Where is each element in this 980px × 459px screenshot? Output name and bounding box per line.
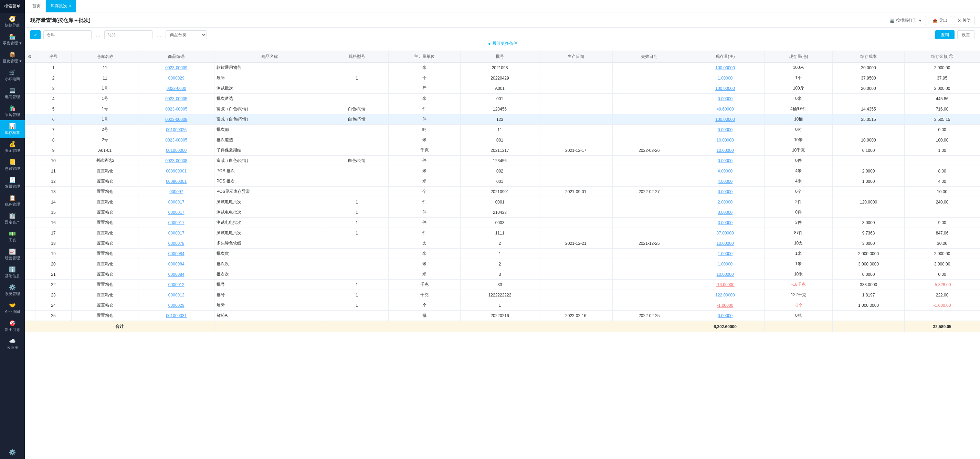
sidebar-item-ecom[interactable]: 💻 电商管理 [0,84,25,102]
cell[interactable]: 000900001 [138,166,215,176]
sidebar-item-basic-info[interactable]: ℹ️ 基础信息 [0,263,25,281]
cell[interactable]: 0023-0000 [138,83,215,94]
cell[interactable]: 001000031 [138,311,215,321]
cell[interactable]: 0000029 [138,73,215,83]
cell[interactable]: 0000017 [138,218,215,228]
sidebar-item-cloud[interactable]: ☁️ 云应用 [0,335,25,353]
cell[interactable]: 001000000 [138,145,215,156]
cell: 1米 [765,259,833,269]
page-header: 现存量查询(按仓库＋批次) 🖨️ 按模板打印 ▼ 📤 导出 ✕ 关闭 [25,13,980,27]
cell[interactable]: 10.00000 [686,145,764,156]
cell[interactable]: 0000017 [138,228,215,238]
cell[interactable]: 0.00000 [686,94,764,104]
cell[interactable]: -16.00000 [686,280,764,290]
cell[interactable]: 0.00000 [686,311,764,321]
sidebar-item-purchase[interactable]: 🛍️ 采购管理 [0,102,25,120]
sidebar-item-payroll[interactable]: 💵 工资 [0,228,25,245]
col-settings: ⚙ [25,51,35,63]
cell[interactable]: 0.00000 [686,156,764,166]
cell [832,186,904,197]
sidebar-settings[interactable]: ⚙️ [0,446,25,459]
table-row: 10测试遴选20023-00008富减（白色/闷情）白色/闷情件1234560.… [25,156,980,166]
tab-home[interactable]: 首页 [27,0,46,13]
sidebar-item-finance[interactable]: 💰 资金管理 [0,138,25,156]
export-button[interactable]: 📤 导出 [929,16,951,25]
cell[interactable]: 0023-00005 [138,135,215,145]
cell[interactable]: 0000029 [138,300,215,311]
cell[interactable]: 100.00000 [686,63,764,73]
warehouse-input[interactable] [43,30,92,39]
cell[interactable]: 0000012 [138,280,215,290]
tab-close-icon[interactable]: × [69,4,71,8]
cell[interactable]: 0023-00008 [138,114,215,125]
cell[interactable]: 0.00000 [686,207,764,218]
cell: 3,000.00 [905,259,980,269]
cell [325,145,388,156]
cell[interactable]: 0000084 [138,259,215,269]
cell[interactable]: 1.00000 [686,259,764,269]
cell [832,156,904,166]
cell [539,63,612,73]
cell[interactable]: 49.60000 [686,104,764,114]
cell[interactable]: 1.00000 [686,73,764,83]
cell[interactable]: 0000017 [138,197,215,207]
cell[interactable]: 0023-00009 [138,63,215,73]
cell[interactable]: 0.00000 [686,186,764,197]
cell: 001 [461,135,539,145]
cell[interactable]: 001000026 [138,125,215,135]
expand-conditions-btn[interactable]: ▼ 展开更多条件 [487,41,517,46]
cell: 10.0000 [832,135,904,145]
cell[interactable]: 0000084 [138,249,215,259]
print-button[interactable]: 🖨️ 按模板打印 ▼ [886,16,926,25]
close-button[interactable]: ✕ 关闭 [954,16,975,25]
cell[interactable]: 000900001 [138,176,215,186]
cell[interactable]: -1.00000 [686,300,764,311]
cell[interactable]: 3.00000 [686,218,764,228]
sidebar-item-inventory[interactable]: 📊 库存核算 [0,120,25,138]
tab-inventory-batch[interactable]: 库存批次 × [46,0,76,13]
sidebar-item-guide[interactable]: 🎯 新手引导 [0,317,25,335]
sidebar-search[interactable]: 搜索菜单 [0,0,25,13]
sidebar-item-tax[interactable]: 📋 税务管理 [0,192,25,210]
cell[interactable]: 0023-00005 [138,104,215,114]
filter-nav-arrow[interactable]: ＞ [30,30,41,39]
sidebar-item-quick-nav[interactable]: 🧭 快捷导航 [0,13,25,31]
cell[interactable]: 4.00000 [686,176,764,186]
cell: 12 [35,176,72,186]
sidebar-item-small-ecom[interactable]: 🛒 小账电商 [0,67,25,84]
set-button[interactable]: 设置 [957,30,975,39]
cell[interactable]: 0000078 [138,238,215,249]
col-product-name: 商品名称 [215,51,325,63]
cell[interactable]: 100.00000 [686,114,764,125]
sidebar-item-invoice[interactable]: 🧾 发票管理 [0,174,25,192]
cell[interactable]: 1.00000 [686,249,764,259]
category-select[interactable]: 商品分类 [165,30,207,39]
product-input[interactable] [104,30,153,39]
cell[interactable]: 0.00000 [686,125,764,135]
cell[interactable]: 4.00000 [686,166,764,176]
cell[interactable]: 10.00000 [686,238,764,249]
cell[interactable]: 122.00000 [686,290,764,300]
sidebar-item-collab[interactable]: 🤝 企业协同 [0,299,25,317]
sidebar-item-wholesale[interactable]: 📦 批发管理 ▼ [0,49,25,67]
cell [25,166,35,176]
sidebar-item-retail[interactable]: 🏪 零售管理 ▼ [0,31,25,49]
cell[interactable]: 0000084 [138,269,215,280]
cell[interactable]: 100.00000 [686,83,764,94]
cell[interactable]: 10.00000 [686,269,764,280]
cell[interactable]: 0023-00005 [138,94,215,104]
sidebar-item-ledger[interactable]: 📒 总账管理 [0,156,25,174]
cell[interactable]: 87.00000 [686,228,764,238]
cell[interactable]: 000097 [138,186,215,197]
sidebar-item-fixed-assets[interactable]: 🏢 固定资产 [0,210,25,228]
sidebar-item-operations[interactable]: 📈 经营管理 [0,245,25,263]
cell[interactable]: 2.00000 [686,197,764,207]
cell: 2021098 [461,63,539,73]
cell[interactable]: 0000017 [138,207,215,218]
cell: 240.00 [905,197,980,207]
search-button[interactable]: 查询 [935,30,955,39]
sidebar-item-system[interactable]: ⚙️ 系统管理 [0,281,25,299]
cell[interactable]: 10.00000 [686,135,764,145]
cell[interactable]: 0000012 [138,290,215,300]
cell[interactable]: 0023-00008 [138,156,215,166]
